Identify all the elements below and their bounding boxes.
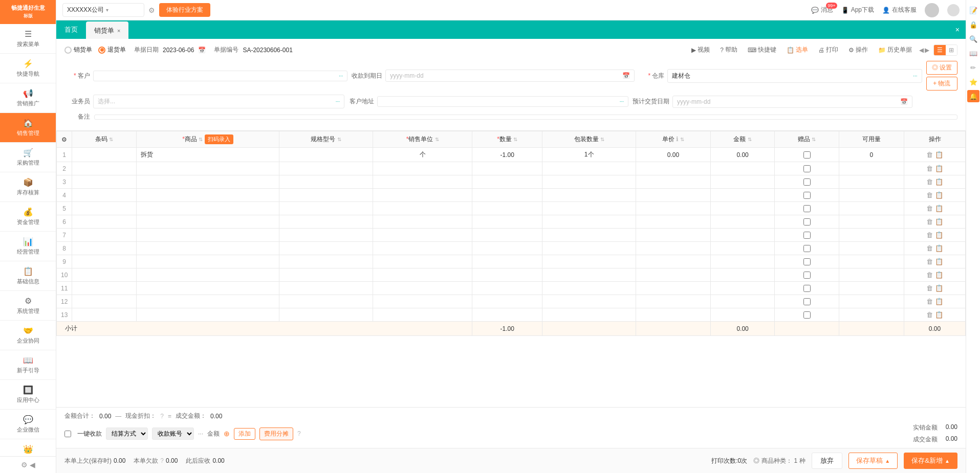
- message-button[interactable]: 💬 消息 99+: [811, 6, 833, 14]
- notes-input[interactable]: [94, 115, 957, 120]
- row-copy-icon[interactable]: 📋: [935, 218, 943, 226]
- row-delete-icon[interactable]: 🗑: [926, 311, 933, 319]
- sidebar-item-inventory[interactable]: 📦库存核算: [0, 172, 56, 202]
- right-panel-star-icon[interactable]: ⭐: [967, 76, 979, 88]
- row-product[interactable]: [136, 282, 279, 295]
- row-price[interactable]: [636, 189, 711, 202]
- cash-discount-help-icon[interactable]: ?: [160, 413, 164, 420]
- row-product[interactable]: [136, 229, 279, 242]
- row-gift[interactable]: [775, 255, 839, 268]
- sort-pack-icon[interactable]: ⇅: [600, 137, 604, 142]
- sidebar-item-finance[interactable]: 💰资金管理: [0, 202, 56, 232]
- row-delete-icon[interactable]: 🗑: [926, 218, 933, 226]
- row-price[interactable]: [636, 268, 711, 282]
- settings-button[interactable]: ◎ 设置: [926, 61, 957, 75]
- one-click-pay-checkbox[interactable]: [64, 431, 71, 437]
- sort-spec-icon[interactable]: ⇅: [337, 137, 341, 142]
- row-amount[interactable]: [710, 282, 775, 295]
- row-price[interactable]: [636, 295, 711, 308]
- right-panel-search-icon[interactable]: 🔍: [967, 33, 979, 45]
- customer-input[interactable]: ···: [93, 71, 347, 81]
- row-pack-qty[interactable]: [542, 162, 636, 175]
- row-copy-icon[interactable]: 📋: [935, 191, 943, 199]
- right-panel-pencil-icon[interactable]: ✏: [967, 61, 979, 74]
- row-pack-qty[interactable]: [542, 268, 636, 282]
- row-copy-icon[interactable]: 📋: [935, 284, 943, 292]
- row-product[interactable]: [136, 202, 279, 215]
- row-qty[interactable]: -1.00: [472, 148, 542, 162]
- row-price[interactable]: [636, 229, 711, 242]
- row-amount[interactable]: [710, 189, 775, 202]
- row-qty[interactable]: [472, 282, 542, 295]
- payment-due-input[interactable]: yyyy-mm-dd 📅: [385, 70, 635, 82]
- row-barcode[interactable]: [72, 202, 137, 215]
- expense-help-icon[interactable]: ?: [297, 430, 301, 437]
- action-operation[interactable]: ⚙ 操作: [845, 44, 871, 56]
- row-unit[interactable]: [373, 202, 472, 215]
- add-button[interactable]: 添加: [234, 428, 255, 440]
- row-qty[interactable]: [472, 308, 542, 322]
- row-unit[interactable]: [373, 242, 472, 255]
- row-pack-qty[interactable]: [542, 189, 636, 202]
- row-amount[interactable]: [710, 242, 775, 255]
- sidebar-item-search[interactable]: ☰搜索菜单: [0, 24, 56, 54]
- row-copy-icon[interactable]: 📋: [935, 258, 943, 265]
- row-barcode[interactable]: [72, 268, 137, 282]
- tab-home[interactable]: 首页: [56, 20, 86, 39]
- date-calendar-icon[interactable]: 📅: [198, 47, 206, 54]
- company-select[interactable]: XXXXXX公司 ▾: [62, 3, 144, 17]
- row-spec[interactable]: [279, 175, 373, 189]
- row-unit[interactable]: [373, 295, 472, 308]
- row-barcode[interactable]: [72, 215, 137, 229]
- row-price[interactable]: [636, 215, 711, 229]
- row-spec[interactable]: [279, 242, 373, 255]
- row-unit[interactable]: 个: [373, 148, 472, 162]
- action-print[interactable]: 🖨 打印: [815, 44, 841, 56]
- row-qty[interactable]: [472, 202, 542, 215]
- row-pack-qty[interactable]: [542, 308, 636, 322]
- expense-split-button[interactable]: 费用分摊: [259, 427, 293, 440]
- row-barcode[interactable]: [72, 189, 137, 202]
- row-price[interactable]: [636, 162, 711, 175]
- sidebar-collapse-icon[interactable]: ◀: [30, 461, 35, 469]
- row-pack-qty[interactable]: [542, 242, 636, 255]
- row-product[interactable]: 拆货: [136, 148, 279, 162]
- right-panel-lock-icon[interactable]: 🔒: [967, 18, 979, 31]
- row-unit[interactable]: [373, 229, 472, 242]
- row-pack-qty[interactable]: [542, 202, 636, 215]
- sort-amount-icon[interactable]: ⇅: [748, 137, 752, 142]
- row-qty[interactable]: [472, 255, 542, 268]
- row-amount[interactable]: [710, 268, 775, 282]
- save-new-button[interactable]: 保存&新增 ▲: [904, 453, 957, 469]
- radio-sales[interactable]: 销货单: [64, 46, 92, 54]
- row-delete-icon[interactable]: 🗑: [926, 284, 933, 292]
- row-barcode[interactable]: [72, 175, 137, 189]
- row-gift[interactable]: [775, 162, 839, 175]
- row-pack-qty[interactable]: [542, 175, 636, 189]
- row-qty[interactable]: [472, 268, 542, 282]
- sort-gift-icon[interactable]: ⇅: [812, 137, 816, 142]
- sidebar-item-enterprise[interactable]: 🤝企业协同: [0, 321, 56, 350]
- row-amount[interactable]: [710, 308, 775, 322]
- tab-close-icon[interactable]: ×: [117, 28, 120, 34]
- next-arrow-icon[interactable]: ▶: [925, 47, 929, 54]
- row-delete-icon[interactable]: 🗑: [926, 191, 933, 199]
- row-qty[interactable]: [472, 189, 542, 202]
- row-unit[interactable]: [373, 282, 472, 295]
- sidebar-item-system[interactable]: ⚙系统管理: [0, 291, 56, 321]
- action-video[interactable]: ▶ 视频: [688, 44, 713, 56]
- row-product[interactable]: [136, 189, 279, 202]
- sidebar-item-wechat[interactable]: 💬企业微信: [0, 410, 56, 439]
- online-service-button[interactable]: 👤 在线客服: [882, 6, 917, 14]
- row-unit[interactable]: [373, 308, 472, 322]
- row-spec[interactable]: [279, 189, 373, 202]
- row-qty[interactable]: [472, 175, 542, 189]
- row-spec[interactable]: [279, 282, 373, 295]
- row-spec[interactable]: [279, 295, 373, 308]
- right-panel-notification-icon[interactable]: 🔔: [967, 90, 979, 102]
- action-help[interactable]: ? 帮助: [717, 44, 741, 56]
- row-gift[interactable]: [775, 282, 839, 295]
- row-copy-icon[interactable]: 📋: [935, 205, 943, 212]
- row-gift[interactable]: [775, 202, 839, 215]
- row-barcode[interactable]: [72, 148, 137, 162]
